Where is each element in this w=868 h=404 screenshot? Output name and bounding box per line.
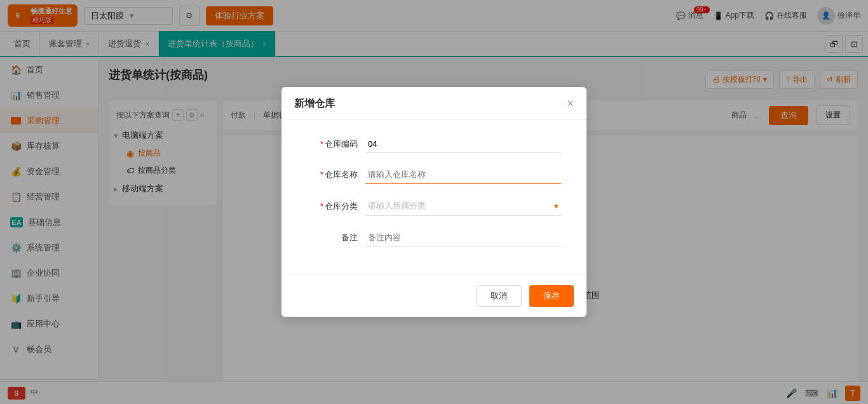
save-button[interactable]: 保存 [529,285,574,307]
modal-header: 新增仓库 × [281,87,587,120]
modal-title: 新增仓库 [294,97,335,111]
warehouse-category-select[interactable]: 请输入所属分类 ▾ [365,196,561,216]
modal-body: *仓库编码 *仓库名称 *仓库分类 请输入所属分类 ▾ [281,120,587,274]
code-label: *仓库编码 [307,138,358,150]
form-row-name: *仓库名称 [307,166,561,184]
note-label: 备注 [307,232,358,243]
form-row-code: *仓库编码 [307,135,561,153]
category-chevron-icon: ▾ [554,201,559,211]
cancel-button[interactable]: 取消 [476,285,522,307]
name-label: *仓库名称 [307,169,358,180]
warehouse-code-input[interactable] [365,135,561,153]
modal-overlay: 新增仓库 × *仓库编码 *仓库名称 *仓库分类 [0,0,868,404]
form-row-note: 备注 [307,229,561,246]
warehouse-name-input[interactable] [365,166,561,184]
warehouse-note-input[interactable] [365,229,561,246]
form-row-category: *仓库分类 请输入所属分类 ▾ [307,196,561,216]
new-warehouse-modal: 新增仓库 × *仓库编码 *仓库名称 *仓库分类 [281,87,587,317]
modal-footer: 取消 保存 [281,274,587,317]
modal-close-button[interactable]: × [567,97,574,111]
category-label: *仓库分类 [307,201,358,212]
